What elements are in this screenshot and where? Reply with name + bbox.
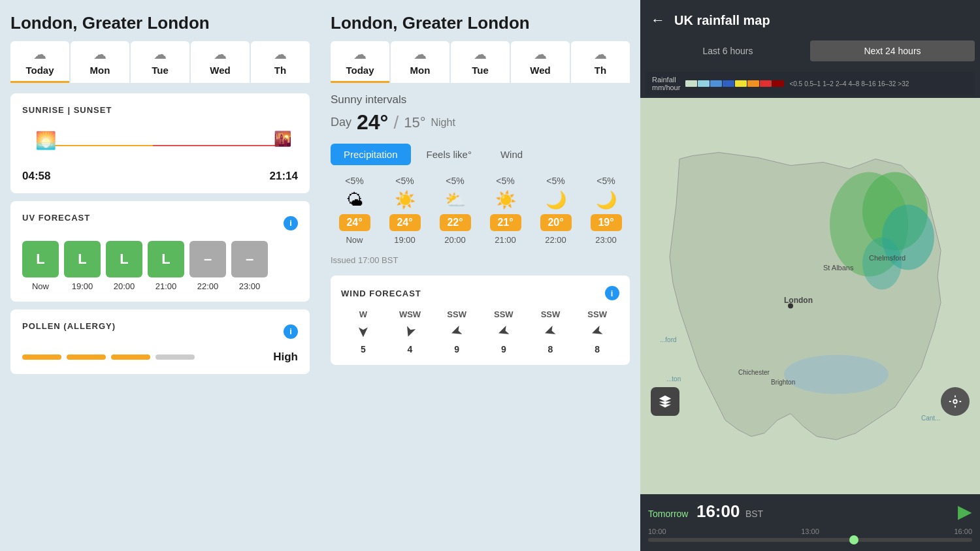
uv-badge-1: L: [64, 241, 101, 277]
left-tab-today[interactable]: ☁ Today: [10, 41, 69, 83]
temp-badge-4: 20°: [540, 214, 572, 231]
hourly-item-2: <5% ⛅ 22° 20:00: [431, 176, 479, 245]
precip-0: <5%: [345, 176, 363, 186]
wind-item-3: SSW ➤ 9: [482, 309, 526, 354]
map-area[interactable]: St Albans Chelmsford London Chichester B…: [640, 98, 980, 494]
middle-day-tabs: ☁ Today ☁ Mon ☁ Tue ☁ Wed ☁ Th: [331, 41, 630, 83]
lv-1: 0.5–1: [804, 80, 821, 87]
wind-arrow-2: ➤: [448, 322, 465, 342]
uv-badge-3: L: [148, 241, 184, 277]
lv-4: 4–8: [849, 80, 860, 87]
lv-5: 8–16: [861, 80, 875, 87]
left-tab-tue[interactable]: ☁ Tue: [131, 41, 189, 83]
uv-item-4: – 22:00: [189, 241, 226, 291]
map-locate-button[interactable]: [941, 387, 970, 416]
wind-dir-4: SSW: [541, 309, 561, 319]
uv-time-0: Now: [32, 281, 49, 291]
mid-tab-mon[interactable]: ☁ Mon: [391, 41, 449, 83]
uv-item-0: L Now: [22, 241, 59, 291]
tab-feels-like[interactable]: Feels like°: [414, 144, 485, 165]
uv-item-1: L 19:00: [64, 241, 101, 291]
sunset-time: 21:14: [270, 170, 298, 183]
uv-badge-2: L: [106, 241, 142, 277]
play-button[interactable]: ▶: [958, 501, 972, 522]
mid-tab-today[interactable]: ☁ Today: [331, 41, 389, 83]
cloud-icon: ☁: [93, 46, 106, 62]
lv-0: <0.5: [789, 80, 802, 87]
timeline-track[interactable]: [648, 538, 972, 542]
wind-speed-4: 8: [548, 344, 553, 354]
uv-info-icon[interactable]: i: [284, 216, 298, 230]
mid-tab-wed[interactable]: ☁ Wed: [511, 41, 570, 83]
timeline-thumb[interactable]: [849, 535, 858, 544]
lv-6: 16–32: [878, 80, 896, 87]
pollen-bar-1: [22, 354, 61, 360]
cloud-icon: ☁: [154, 46, 167, 62]
uv-badge-0: L: [22, 241, 59, 277]
pollen-info-icon[interactable]: i: [284, 324, 298, 339]
timeline-bar[interactable]: [648, 538, 972, 542]
legend-seg-0: [685, 80, 697, 87]
hour-2: 20:00: [444, 235, 466, 245]
wind-arrow-5: ➤: [589, 322, 606, 342]
hour-5: 23:00: [595, 235, 617, 245]
wind-section-header: WIND FORECAST i: [341, 286, 619, 300]
temp-badge-0: 24°: [339, 214, 370, 231]
tab-precipitation[interactable]: Precipitation: [331, 144, 411, 165]
left-tab-wed[interactable]: ☁ Wed: [191, 41, 250, 83]
legend-seg-1: [698, 80, 710, 87]
map-tab-last6[interactable]: Last 6 hours: [645, 40, 810, 61]
legend-seg-6: [760, 80, 772, 87]
temp-badge-1: 24°: [389, 214, 421, 231]
cloud-icon: ☁: [274, 46, 287, 62]
hour-0: Now: [346, 235, 363, 245]
weather-icon-2: ⛅: [445, 190, 466, 210]
wind-info-icon[interactable]: i: [605, 286, 619, 300]
middle-location-title: London, Greater London: [331, 13, 630, 33]
pollen-level: High: [273, 351, 298, 364]
svg-text:Brighton: Brighton: [771, 379, 795, 386]
left-tab-mon[interactable]: ☁ Mon: [71, 41, 129, 83]
weather-temps: Day 24° / 15° Night: [331, 110, 630, 134]
weather-icon-4: 🌙: [546, 190, 566, 210]
uv-time-5: 23:00: [239, 281, 261, 291]
issued-text: Issued 17:00 BST: [331, 255, 630, 265]
pollen-row: High: [22, 351, 298, 364]
cloud-icon: ☁: [534, 46, 547, 62]
middle-panel: London, Greater London ☁ Today ☁ Mon ☁ T…: [320, 0, 640, 551]
sunrise-sunset-card: SUNRISE | SUNSET 🌅 🌇 04:58 21:14: [10, 93, 310, 193]
legend-label: Rainfallmm/hour: [652, 76, 680, 91]
pollen-bar-4: [155, 354, 195, 360]
tab-wind[interactable]: Wind: [487, 144, 536, 165]
svg-point-9: [788, 304, 793, 309]
wind-forecast-card: WIND FORECAST i W ➤ 5 WSW ➤ 4 SSW ➤ 9 SS…: [331, 276, 630, 365]
pollen-card: POLLEN (ALLERGY) i High: [10, 309, 310, 374]
pollen-bar-2: [67, 354, 106, 360]
svg-point-1: [784, 355, 889, 394]
cloud-icon: ☁: [33, 46, 46, 62]
map-layers-button[interactable]: [651, 387, 679, 416]
sunset-icon: 🌇: [274, 131, 291, 148]
wind-dir-3: SSW: [494, 309, 514, 319]
left-tab-th[interactable]: ☁ Th: [251, 41, 310, 83]
uv-item-5: – 23:00: [231, 241, 268, 291]
uv-header-row: UV FORECAST i: [22, 213, 298, 233]
wind-dir-0: W: [359, 309, 367, 319]
legend-bars: [685, 80, 784, 87]
wind-arrow-1: ➤: [400, 323, 420, 340]
precip-4: <5%: [546, 176, 564, 186]
sunrise-time: 04:58: [22, 170, 50, 183]
mid-tab-th[interactable]: ☁ Th: [571, 41, 630, 83]
map-tab-next24[interactable]: Next 24 hours: [810, 40, 975, 61]
timeline-label: Tomorrow 16:00 BST: [648, 501, 763, 522]
temp-badge-2: 22°: [440, 214, 471, 231]
map-header: ← UK rainfall map: [640, 0, 980, 40]
uv-item-2: L 20:00: [106, 241, 142, 291]
mid-tab-tue[interactable]: ☁ Tue: [451, 41, 510, 83]
lv-7: >32: [898, 80, 909, 87]
back-button[interactable]: ←: [651, 12, 665, 29]
timeline-hours: 10:00 13:00 16:00: [648, 527, 972, 535]
hourly-item-4: <5% 🌙 20° 22:00: [532, 176, 580, 245]
cloud-icon: ☁: [214, 46, 227, 62]
timeline-bst: BST: [745, 509, 763, 519]
